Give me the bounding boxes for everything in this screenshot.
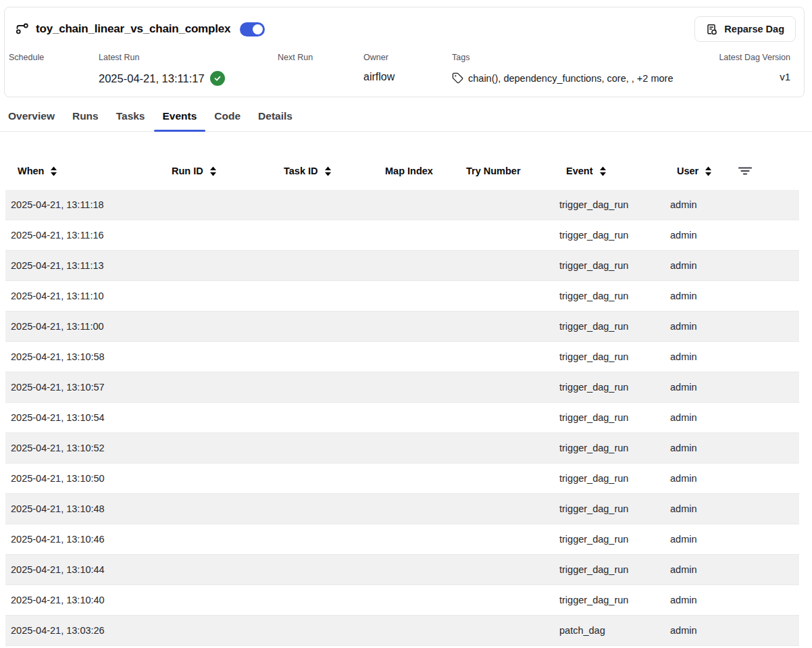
cell-when: 2025-04-21, 13:10:57 <box>5 382 159 393</box>
sort-icon <box>50 166 57 176</box>
meta-latest-dag-version: Latest Dag Version v1 <box>719 53 796 82</box>
check-circle-icon <box>210 71 225 86</box>
filter-cell[interactable] <box>730 166 799 176</box>
cell-event: trigger_dag_run <box>554 382 665 393</box>
table-row: 2025-04-21, 13:11:13 trigger_dag_run adm… <box>5 251 799 281</box>
column-header-user[interactable]: User <box>665 166 730 176</box>
table-row: 2025-04-21, 13:10:57 trigger_dag_run adm… <box>5 372 799 403</box>
cell-user: admin <box>665 291 730 301</box>
cell-when: 2025-04-21, 13:11:13 <box>5 260 159 271</box>
cell-event: trigger_dag_run <box>554 564 665 575</box>
column-header-try-number: Try Number <box>454 166 554 176</box>
cell-when: 2025-04-21, 13:10:54 <box>5 412 159 423</box>
table-row: 2025-04-21, 13:10:52 trigger_dag_run adm… <box>5 433 799 464</box>
reparse-icon <box>706 24 717 35</box>
column-header-event[interactable]: Event <box>554 166 665 176</box>
sort-icon <box>705 166 712 176</box>
cell-when: 2025-04-21, 13:10:58 <box>5 351 159 362</box>
tab-label: Overview <box>8 110 55 122</box>
cell-when: 2025-04-21, 13:10:50 <box>5 473 159 484</box>
table-row: 2025-04-21, 13:11:16 trigger_dag_run adm… <box>5 220 799 251</box>
meta-next-run: Next Run <box>278 53 363 71</box>
table-row: 2025-04-21, 13:11:10 trigger_dag_run adm… <box>5 281 799 311</box>
column-header-task-id[interactable]: Task ID <box>272 166 373 176</box>
cell-event: trigger_dag_run <box>554 412 665 423</box>
cell-user: admin <box>665 260 730 271</box>
tab-label: Details <box>258 110 293 122</box>
table-body: 2025-04-21, 13:11:18 trigger_dag_run adm… <box>0 190 812 646</box>
schedule-label: Schedule <box>9 53 93 62</box>
sort-icon <box>599 166 607 176</box>
tab-tasks[interactable]: Tasks <box>107 107 154 131</box>
dag-meta-row: Schedule Latest Run 2025-04-21, 13:11:17… <box>9 53 796 86</box>
reparse-button-label: Reparse Dag <box>724 24 784 34</box>
cell-event: trigger_dag_run <box>554 473 665 484</box>
column-header-label: User <box>677 166 699 176</box>
table-row: 2025-04-21, 13:10:54 trigger_dag_run adm… <box>5 403 799 433</box>
reparse-dag-button[interactable]: Reparse Dag <box>694 16 796 42</box>
latest-dag-version-value: v1 <box>719 71 790 82</box>
cell-event: trigger_dag_run <box>554 230 665 241</box>
latest-dag-version-label: Latest Dag Version <box>719 53 790 62</box>
meta-schedule: Schedule <box>9 53 99 71</box>
table-header-row: When Run ID Task ID Map Index Try Number <box>5 152 799 190</box>
tab-label: Runs <box>72 110 99 122</box>
tags-value: chain(), dependency_functions, core, , +… <box>468 73 673 84</box>
cell-user: admin <box>665 443 730 453</box>
tag-icon <box>452 72 463 84</box>
tabs: Overview Runs Tasks Events Code Details <box>0 107 812 132</box>
dag-pause-toggle[interactable] <box>240 22 265 36</box>
cell-when: 2025-04-21, 13:10:44 <box>5 564 159 575</box>
tab-overview[interactable]: Overview <box>0 107 64 131</box>
owner-value: airflow <box>363 71 447 83</box>
tags-label: Tags <box>452 53 713 62</box>
cell-user: admin <box>665 534 730 545</box>
meta-owner: Owner airflow <box>363 53 452 83</box>
cell-when: 2025-04-21, 13:10:40 <box>5 595 159 605</box>
table-row: 2025-04-21, 13:10:48 trigger_dag_run adm… <box>5 494 799 524</box>
cell-user: admin <box>665 595 730 605</box>
tab-runs[interactable]: Runs <box>64 107 107 131</box>
tab-events[interactable]: Events <box>154 107 206 131</box>
page-title: toy_chain_linear_vs_chain_complex <box>36 22 230 36</box>
cell-user: admin <box>665 230 730 241</box>
cell-when: 2025-04-21, 13:10:46 <box>5 534 159 545</box>
cell-user: admin <box>665 199 730 210</box>
cell-when: 2025-04-21, 13:11:10 <box>5 291 159 301</box>
filter-icon <box>738 166 752 176</box>
tab-label: Code <box>214 110 240 122</box>
tab-label: Events <box>163 110 197 122</box>
column-header-run-id[interactable]: Run ID <box>159 166 272 176</box>
latest-run-value[interactable]: 2025-04-21, 13:11:17 <box>99 72 205 85</box>
dag-icon <box>14 22 29 36</box>
cell-user: admin <box>665 382 730 393</box>
meta-tags: Tags chain(), dependency_functions, core… <box>452 53 719 84</box>
cell-user: admin <box>665 351 730 362</box>
toggle-knob <box>253 24 263 34</box>
cell-when: 2025-04-21, 13:11:16 <box>5 230 159 241</box>
cell-event: trigger_dag_run <box>554 260 665 271</box>
tab-code[interactable]: Code <box>205 107 249 131</box>
cell-when: 2025-04-21, 13:03:26 <box>5 625 159 636</box>
tab-details[interactable]: Details <box>249 107 301 131</box>
cell-user: admin <box>665 564 730 575</box>
sort-icon <box>324 166 332 176</box>
table-row: 2025-04-21, 13:10:50 trigger_dag_run adm… <box>5 464 799 494</box>
cell-event: trigger_dag_run <box>554 199 665 210</box>
meta-latest-run: Latest Run 2025-04-21, 13:11:17 <box>99 53 278 86</box>
column-header-label: Map Index <box>385 166 433 176</box>
table-row: 2025-04-21, 13:10:58 trigger_dag_run adm… <box>5 342 799 372</box>
column-header-label: When <box>18 166 44 176</box>
dag-header-card: toy_chain_linear_vs_chain_complex Repars… <box>4 7 805 97</box>
table-row: 2025-04-21, 13:10:46 trigger_dag_run adm… <box>5 524 799 555</box>
table-row: 2025-04-21, 13:03:26 patch_dag admin <box>5 616 799 646</box>
column-header-label: Try Number <box>466 166 521 176</box>
column-header-when[interactable]: When <box>5 166 159 176</box>
cell-user: admin <box>665 321 730 332</box>
cell-when: 2025-04-21, 13:10:48 <box>5 503 159 514</box>
next-run-label: Next Run <box>278 53 358 62</box>
cell-when: 2025-04-21, 13:11:00 <box>5 321 159 332</box>
cell-event: trigger_dag_run <box>554 443 665 453</box>
table-row: 2025-04-21, 13:10:44 trigger_dag_run adm… <box>5 555 799 585</box>
cell-event: patch_dag <box>554 625 665 636</box>
